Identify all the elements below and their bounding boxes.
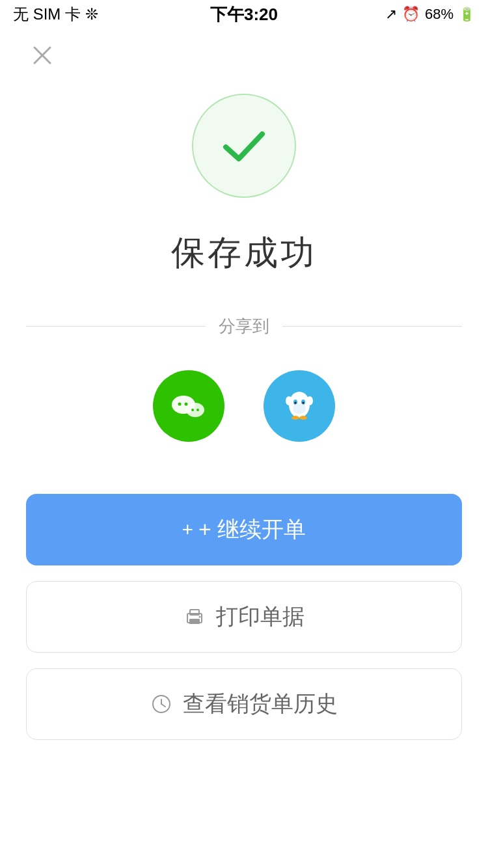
- svg-point-5: [185, 403, 188, 406]
- svg-point-4: [178, 403, 182, 406]
- alarm-icon: ⏰: [402, 6, 420, 23]
- location-icon: ↗: [385, 6, 397, 23]
- svg-point-15: [306, 396, 313, 405]
- continue-label: + 继续开单: [198, 515, 306, 545]
- success-title: 保存成功: [171, 230, 317, 276]
- share-label: 分享到: [219, 315, 269, 338]
- svg-point-6: [191, 409, 194, 411]
- share-icons-row: [153, 370, 335, 442]
- print-label: 打印单据: [216, 602, 305, 632]
- history-button[interactable]: 查看销货单历史: [26, 668, 462, 740]
- qq-icon: [278, 385, 320, 427]
- svg-rect-20: [189, 619, 200, 624]
- sim-status: 无 SIM 卡 ❊: [13, 4, 98, 25]
- history-label: 查看销货单历史: [183, 689, 338, 719]
- svg-line-25: [161, 704, 165, 707]
- action-buttons: + + 继续开单 打印单据 查看销货单历史: [26, 494, 462, 740]
- status-bar: 无 SIM 卡 ❊ 下午3:20 ↗ ⏰ 68% 🔋: [0, 0, 488, 29]
- close-button[interactable]: [26, 39, 59, 72]
- svg-point-12: [303, 402, 305, 404]
- checkmark-icon: [218, 120, 270, 172]
- main-content: 保存成功 分享到: [0, 29, 488, 740]
- svg-point-11: [295, 402, 297, 404]
- success-circle: [192, 94, 296, 198]
- divider-left: [26, 326, 206, 327]
- status-time: 下午3:20: [210, 3, 278, 26]
- status-right: ↗ ⏰ 68% 🔋: [385, 6, 475, 23]
- print-button[interactable]: 打印单据: [26, 581, 462, 653]
- plus-icon: +: [182, 519, 194, 541]
- wechat-share-button[interactable]: [153, 370, 224, 442]
- svg-point-22: [199, 616, 201, 618]
- printer-icon: [183, 606, 206, 628]
- wechat-icon: [168, 385, 210, 427]
- close-icon: [32, 45, 53, 66]
- clock-icon: [150, 693, 172, 715]
- svg-point-17: [291, 416, 299, 420]
- svg-point-7: [197, 409, 199, 411]
- continue-button[interactable]: + + 继续开单: [26, 494, 462, 565]
- status-left: 无 SIM 卡 ❊: [13, 4, 98, 25]
- battery-icon: 🔋: [459, 7, 475, 22]
- battery-level: 68%: [425, 6, 454, 23]
- svg-point-18: [299, 416, 307, 420]
- svg-point-14: [286, 396, 292, 405]
- share-divider: 分享到: [26, 315, 462, 338]
- qq-share-button[interactable]: [264, 370, 335, 442]
- svg-point-3: [186, 403, 204, 417]
- svg-point-16: [293, 403, 306, 414]
- divider-right: [282, 326, 462, 327]
